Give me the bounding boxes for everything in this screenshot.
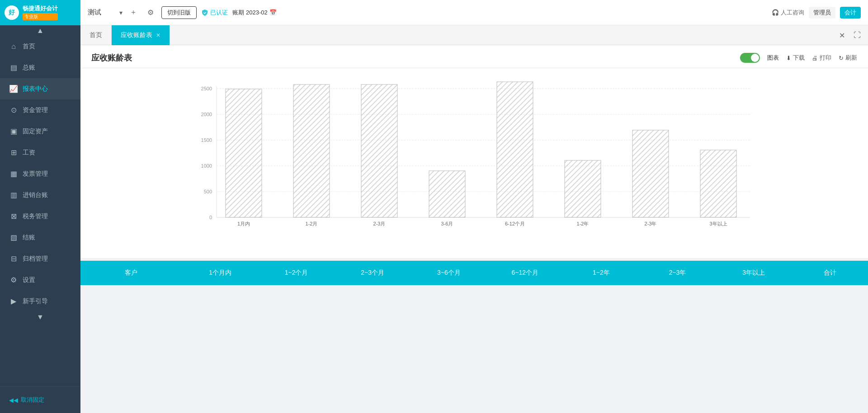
svg-text:500: 500 [204, 189, 212, 194]
role-btn[interactable]: 会计 [840, 7, 861, 19]
scroll-down-btn[interactable]: ▼ [0, 312, 80, 323]
bar-2-3年 [632, 130, 669, 217]
assets-icon: ▣ [9, 127, 18, 136]
sidebar-item-assets[interactable]: ▣ 固定资产 [0, 121, 80, 142]
logo-area: 好 畅捷通好会计 专业版 [0, 0, 80, 25]
wages-icon: ⊞ [9, 148, 18, 157]
tax-icon: ⊠ [9, 212, 18, 221]
sidebar-label-tax: 税务管理 [23, 212, 48, 221]
tab-ar-aging[interactable]: 应收账龄表 ✕ [112, 25, 170, 45]
print-btn[interactable]: 🖨 打印 [812, 54, 831, 62]
svg-text:1000: 1000 [201, 163, 212, 169]
th-1-2m: 1~2个月 [258, 261, 335, 285]
home-icon: ⌂ [9, 42, 18, 51]
cancel-fixed-label: 取消固定 [21, 396, 44, 404]
invoice-icon: ▦ [9, 169, 18, 178]
workspace-name: 测试 [88, 8, 115, 17]
table-header: 客户 1个月内 1~2个月 2~3个月 3~6个月 6~12个月 1~2年 2~… [80, 261, 868, 285]
tab-ar-aging-label: 应收账龄表 [121, 31, 152, 39]
tabbar-actions: ✕ ⛶ [831, 25, 868, 45]
sidebar-label-assets: 固定资产 [23, 127, 48, 136]
sidebar-item-tax[interactable]: ⊠ 税务管理 [0, 206, 80, 227]
sidebar-label-close: 结账 [23, 234, 35, 242]
bar-1月内 [226, 89, 262, 217]
add-workspace-btn[interactable]: ＋ [127, 6, 140, 19]
certified-badge: 已认证 [201, 9, 228, 17]
sidebar-item-settings[interactable]: ⚙ 设置 [0, 269, 80, 291]
tabbar: 首页 应收账龄表 ✕ ✕ ⛶ [80, 25, 868, 45]
topbar: 测试 ▾ ＋ ⚙ 切到旧版 已认证 账期 2023-02 📅 🎧 人工咨询 管理… [80, 0, 868, 25]
tab-home[interactable]: 首页 [80, 25, 112, 45]
sidebar-nav: ▲ ⌂ 首页 ▤ 总账 📈 报表中心 ⊙ 资金管理 ▣ 固定资产 ⊞ 工资 ▦ … [0, 25, 80, 386]
svg-text:1500: 1500 [201, 137, 212, 143]
sidebar-item-archive[interactable]: ⊟ 归档管理 [0, 248, 80, 269]
sidebar-label-invoice: 发票管理 [23, 170, 48, 178]
edition-badge: 专业版 [23, 13, 58, 20]
expand-btn[interactable]: ⛶ [851, 29, 863, 42]
sidebar-item-guide[interactable]: ▶ 新手引导 [0, 291, 80, 312]
settings-icon: ⚙ [9, 276, 18, 284]
bar-2-3月 [361, 84, 397, 217]
bar-3-6月 [429, 171, 465, 217]
support-btn[interactable]: 🎧 人工咨询 [772, 9, 804, 17]
close-tab-btn[interactable]: ✕ [835, 29, 848, 42]
workspace-dropdown-icon[interactable]: ▾ [119, 9, 123, 16]
inventory-icon: ▥ [9, 191, 18, 199]
download-btn[interactable]: ⬇ 下载 [786, 54, 805, 62]
download-label: 下载 [793, 54, 805, 62]
period-value: 2023-02 [246, 9, 268, 16]
sidebar-item-close[interactable]: ▧ 结账 [0, 227, 80, 248]
cancel-fixed-btn[interactable]: ◀◀ 取消固定 [0, 391, 80, 408]
download-icon: ⬇ [786, 55, 791, 61]
guide-icon: ▶ [9, 297, 18, 305]
sidebar-label-inventory: 进销台账 [23, 191, 48, 199]
headset-icon: 🎧 [772, 9, 779, 16]
user-btn[interactable]: 管理员 [809, 7, 835, 19]
pin-left-icon: ◀◀ [9, 397, 18, 404]
sidebar-item-invoice[interactable]: ▦ 发票管理 [0, 163, 80, 184]
sidebar-footer: ◀◀ 取消固定 [0, 386, 80, 413]
sidebar-item-home[interactable]: ⌂ 首页 [0, 36, 80, 57]
sidebar: 好 畅捷通好会计 专业版 ▲ ⌂ 首页 ▤ 总账 📈 报表中心 ⊙ 资金管理 ▣… [0, 0, 80, 413]
svg-text:2500: 2500 [201, 86, 212, 91]
sidebar-label-settings: 设置 [23, 276, 35, 284]
refresh-btn[interactable]: ↻ 刷新 [839, 54, 857, 62]
chart-toggle[interactable] [740, 53, 760, 63]
calendar-icon[interactable]: 📅 [269, 9, 277, 16]
bar-1-2月 [293, 84, 330, 217]
th-3y-plus: 3年以上 [716, 261, 792, 285]
sidebar-item-inventory[interactable]: ▥ 进销台账 [0, 184, 80, 206]
svg-text:3年以上: 3年以上 [709, 221, 727, 226]
settings-workspace-btn[interactable]: ⚙ [144, 6, 157, 19]
sidebar-item-funds[interactable]: ⊙ 资金管理 [0, 99, 80, 121]
th-customer: 客户 [80, 261, 182, 285]
funds-icon: ⊙ [9, 106, 18, 114]
archive-icon: ⊟ [9, 254, 18, 263]
support-label: 人工咨询 [781, 9, 804, 17]
sidebar-item-wages[interactable]: ⊞ 工资 [0, 142, 80, 163]
table-container: 客户 1个月内 1~2个月 2~3个月 3~6个月 6~12个月 1~2年 2~… [80, 261, 868, 285]
th-3-6m: 3~6个月 [411, 261, 487, 285]
period-info: 账期 2023-02 📅 [232, 9, 277, 17]
th-total: 合计 [792, 261, 868, 285]
print-icon: 🖨 [812, 55, 818, 61]
th-1-2y: 1~2年 [563, 261, 640, 285]
switch-old-version-btn[interactable]: 切到旧版 [161, 6, 197, 19]
sidebar-item-ledger[interactable]: ▤ 总账 [0, 57, 80, 78]
th-6-12m: 6~12个月 [487, 261, 563, 285]
sidebar-item-reports[interactable]: 📈 报表中心 [0, 78, 80, 99]
scroll-up-btn[interactable]: ▲ [0, 25, 80, 36]
close-accounts-icon: ▧ [9, 233, 18, 242]
sidebar-label-home: 首页 [23, 42, 35, 51]
th-1m: 1个月内 [182, 261, 259, 285]
shield-icon [201, 9, 208, 16]
sidebar-label-guide: 新手引导 [23, 297, 48, 305]
th-2-3m: 2~3个月 [335, 261, 411, 285]
svg-text:1月内: 1月内 [237, 221, 250, 226]
sidebar-label-wages: 工资 [23, 149, 35, 157]
tab-ar-aging-close-icon[interactable]: ✕ [156, 32, 160, 38]
refresh-label: 刷新 [845, 54, 857, 62]
sidebar-label-archive: 归档管理 [23, 255, 48, 263]
chart-toggle-label: 图表 [767, 54, 779, 62]
svg-text:0: 0 [209, 215, 212, 220]
